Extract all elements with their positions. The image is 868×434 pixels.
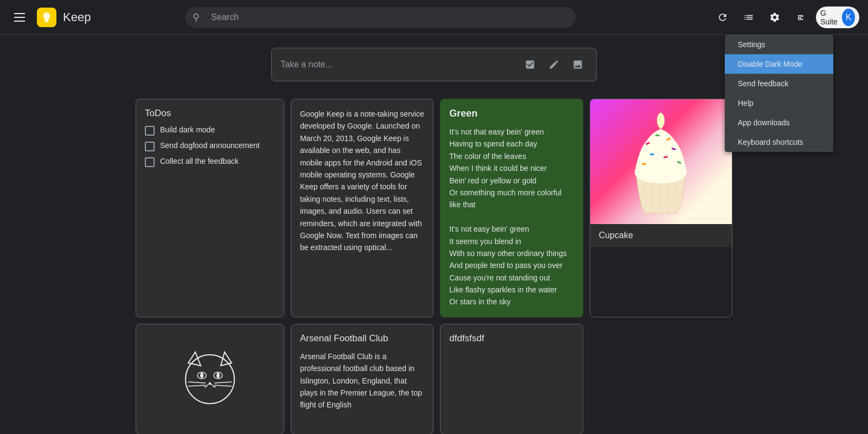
dropdown-keyboard-shortcuts[interactable]: Keyboard shortcuts (725, 132, 833, 152)
app-title: Keep (63, 10, 91, 24)
cupcake-svg (607, 105, 715, 224)
pen-note-button[interactable] (544, 55, 564, 74)
account-button[interactable]: G Suite K (816, 7, 859, 28)
image-note-button[interactable] (568, 55, 588, 74)
cupcake-title: Cupcake (590, 224, 732, 247)
settings-button[interactable] (764, 7, 786, 28)
dropdown-app-downloads[interactable]: App downloads (725, 113, 833, 132)
green-title: Green (449, 108, 573, 119)
svg-rect-0 (45, 21, 48, 22)
todo-item-1: Build dark mode (145, 125, 275, 136)
notes-grid: ToDos Build dark mode Send dogfood annou… (136, 99, 732, 434)
cat-drawing-card[interactable] (136, 324, 284, 434)
todo-text-2: Send dogfood announcement (160, 141, 260, 150)
hamburger-line (14, 13, 25, 14)
green-body: It's not that easy bein' green Having to… (449, 126, 573, 308)
keep-logo-icon (37, 8, 56, 27)
cat-sketch-svg (175, 344, 245, 414)
cat-drawing (175, 333, 245, 425)
note-input-area[interactable]: Take a note... (271, 48, 597, 81)
google-keep-body: Google Keep is a note-taking service dev… (300, 108, 424, 254)
arsenal-title: Arsenal Football Club (300, 333, 424, 344)
todo-checkbox-3[interactable] (145, 157, 155, 167)
dropdown-send-feedback[interactable]: Send feedback (725, 74, 833, 93)
apps-button[interactable] (790, 7, 812, 28)
dropdown-settings[interactable]: Settings (725, 35, 833, 54)
header-left: Keep (9, 7, 117, 28)
hamburger-menu-button[interactable] (9, 7, 30, 28)
svg-marker-22 (208, 382, 212, 385)
svg-point-20 (200, 373, 203, 378)
header-right: G Suite K (712, 7, 859, 28)
arsenal-body: Arsenal Football Club is a professional … (300, 350, 424, 411)
note-input-placeholder: Take a note... (280, 60, 333, 69)
checkbox-note-button[interactable] (520, 55, 540, 74)
dfdf-title: dfdfsfsdf (449, 333, 573, 344)
list-view-button[interactable] (738, 7, 760, 28)
svg-marker-16 (188, 352, 201, 366)
svg-line-24 (188, 385, 206, 386)
svg-line-23 (188, 382, 206, 383)
search-input[interactable] (185, 7, 576, 28)
refresh-button[interactable] (712, 7, 733, 28)
arsenal-card[interactable]: Arsenal Football Club Arsenal Football C… (291, 324, 433, 434)
todo-checkbox-1[interactable] (145, 126, 155, 136)
svg-marker-17 (221, 352, 232, 366)
dfdf-card[interactable]: dfdfsfsdf (440, 324, 583, 434)
todo-text-3: Collect all the feedback (160, 157, 239, 165)
note-input-icons (520, 55, 588, 74)
svg-line-25 (214, 382, 232, 383)
hamburger-line (14, 21, 25, 22)
todo-item-2: Send dogfood announcement (145, 141, 275, 151)
svg-point-15 (186, 355, 234, 404)
todo-text-1: Build dark mode (160, 125, 215, 134)
todos-card[interactable]: ToDos Build dark mode Send dogfood annou… (136, 99, 284, 317)
svg-line-26 (214, 385, 232, 386)
search-icon: ⚲ (193, 11, 200, 23)
cupcake-card[interactable]: Cupcake (590, 99, 732, 317)
dropdown-disable-dark-mode[interactable]: Disable Dark Mode (725, 54, 833, 74)
dropdown-help[interactable]: Help (725, 93, 833, 113)
hamburger-line (14, 17, 25, 18)
todos-title: ToDos (145, 108, 275, 119)
green-card[interactable]: Green It's not that easy bein' green Hav… (440, 99, 583, 317)
todo-item-3: Collect all the feedback (145, 157, 275, 167)
cupcake-image (590, 99, 732, 224)
gsuite-label: G Suite (820, 9, 839, 26)
todo-checkbox-2[interactable] (145, 142, 155, 151)
svg-point-21 (216, 373, 220, 378)
search-bar[interactable]: ⚲ (185, 7, 576, 28)
avatar: K (842, 9, 855, 26)
google-keep-card[interactable]: Google Keep is a note-taking service dev… (291, 99, 433, 317)
app-header: Keep ⚲ G Suite K (0, 0, 868, 35)
dropdown-menu: Settings Disable Dark Mode Send feedback… (725, 35, 833, 152)
